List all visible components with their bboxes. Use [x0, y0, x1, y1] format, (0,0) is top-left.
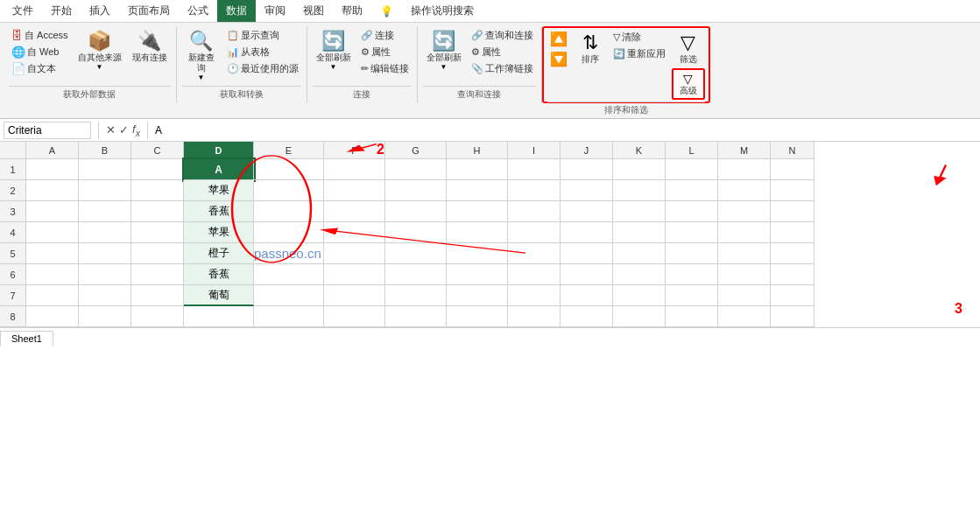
name-box[interactable] — [4, 122, 91, 139]
cell-I4[interactable] — [508, 222, 561, 243]
cell-A7[interactable] — [26, 285, 79, 306]
cell-C5[interactable] — [131, 243, 184, 264]
btn-workbook-links[interactable]: 📎 工作簿链接 — [469, 61, 536, 76]
btn-properties[interactable]: ⚙ 属性 — [358, 45, 412, 60]
cell-L4[interactable] — [666, 222, 718, 243]
cell-L2[interactable] — [666, 180, 718, 201]
cell-L6[interactable] — [666, 264, 718, 285]
cell-C1[interactable] — [131, 159, 184, 180]
menu-item-insert[interactable]: 插入 — [81, 0, 119, 22]
cell-C8[interactable] — [131, 306, 184, 327]
cell-F5[interactable] — [324, 243, 385, 264]
btn-web[interactable]: 🌐 自 Web — [9, 45, 71, 60]
cell-H4[interactable] — [447, 222, 508, 243]
btn-sort[interactable]: ⇅ 排序 — [574, 30, 607, 66]
btn-refresh-all-2[interactable]: 🔄 全部刷新 ▼ — [423, 28, 465, 73]
cell-J2[interactable] — [561, 180, 613, 201]
cell-C4[interactable] — [131, 222, 184, 243]
btn-from-table[interactable]: 📊 从表格 — [224, 45, 301, 60]
cell-D8[interactable] — [184, 306, 254, 327]
menu-item-data[interactable]: 数据 — [217, 0, 256, 22]
cell-K6[interactable] — [613, 264, 666, 285]
btn-advanced[interactable]: ▽ 高级 — [672, 68, 705, 100]
cell-C3[interactable] — [131, 201, 184, 222]
cell-A1[interactable] — [26, 159, 79, 180]
cell-J8[interactable] — [561, 306, 613, 327]
cell-K5[interactable] — [613, 243, 666, 264]
cell-M8[interactable] — [718, 306, 771, 327]
btn-other-sources[interactable]: 📦 自其他来源 ▼ — [74, 28, 125, 73]
cell-E7[interactable] — [254, 285, 324, 306]
cell-N1[interactable] — [771, 159, 814, 180]
cell-M3[interactable] — [718, 201, 771, 222]
cell-F8[interactable] — [324, 306, 385, 327]
cell-M2[interactable] — [718, 180, 771, 201]
cell-B3[interactable] — [79, 201, 131, 222]
cell-A4[interactable] — [26, 222, 79, 243]
cell-B2[interactable] — [79, 180, 131, 201]
btn-filter[interactable]: ▽ 筛选 — [672, 30, 705, 66]
cell-F3[interactable] — [324, 201, 385, 222]
btn-sort-az[interactable]: 🔼 — [547, 30, 570, 48]
btn-edit-links[interactable]: ✏ 编辑链接 — [358, 61, 412, 76]
cell-A5[interactable] — [26, 243, 79, 264]
cell-B8[interactable] — [79, 306, 131, 327]
menu-item-start[interactable]: 开始 — [42, 0, 81, 22]
cell-D6[interactable]: 香蕉 — [184, 264, 254, 285]
cell-G5[interactable] — [385, 243, 447, 264]
cell-N6[interactable] — [771, 264, 814, 285]
btn-access[interactable]: 🗄 自 Access — [9, 28, 71, 43]
menu-item-file[interactable]: 文件 — [4, 0, 42, 22]
cell-A8[interactable] — [26, 306, 79, 327]
cell-A6[interactable] — [26, 264, 79, 285]
btn-recent-sources[interactable]: 🕐 最近使用的源 — [224, 61, 301, 76]
cell-G7[interactable] — [385, 285, 447, 306]
cell-J4[interactable] — [561, 222, 613, 243]
cell-N5[interactable] — [771, 243, 814, 264]
cell-K4[interactable] — [613, 222, 666, 243]
fx-icon[interactable]: fx — [132, 122, 140, 138]
cell-E4[interactable] — [254, 222, 324, 243]
cell-G2[interactable] — [385, 180, 447, 201]
cell-I1[interactable] — [508, 159, 561, 180]
cell-H7[interactable] — [447, 285, 508, 306]
cell-E2[interactable] — [254, 180, 324, 201]
cell-I5[interactable] — [508, 243, 561, 264]
cell-I8[interactable] — [508, 306, 561, 327]
btn-clear[interactable]: ▽ 清除 — [610, 30, 668, 45]
cell-H8[interactable] — [447, 306, 508, 327]
cell-M1[interactable] — [718, 159, 771, 180]
cell-K2[interactable] — [613, 180, 666, 201]
cell-E1[interactable] — [254, 159, 324, 180]
menu-item-help[interactable]: 帮助 — [333, 0, 371, 22]
cell-H3[interactable] — [447, 201, 508, 222]
cell-D7[interactable]: 葡萄 — [184, 285, 254, 306]
cell-G4[interactable] — [385, 222, 447, 243]
cell-G8[interactable] — [385, 306, 447, 327]
sheet-tab-1[interactable]: Sheet1 — [0, 331, 53, 346]
cell-D4[interactable]: 苹果 — [184, 222, 254, 243]
cell-L3[interactable] — [666, 201, 718, 222]
cell-L5[interactable] — [666, 243, 718, 264]
cell-M4[interactable] — [718, 222, 771, 243]
cell-C6[interactable] — [131, 264, 184, 285]
cell-H1[interactable] — [447, 159, 508, 180]
btn-text[interactable]: 📄 自文本 — [9, 61, 71, 76]
cell-A3[interactable] — [26, 201, 79, 222]
cell-K7[interactable] — [613, 285, 666, 306]
cell-N3[interactable] — [771, 201, 814, 222]
cell-J6[interactable] — [561, 264, 613, 285]
cell-B5[interactable] — [79, 243, 131, 264]
cell-F7[interactable] — [324, 285, 385, 306]
cell-H6[interactable] — [447, 264, 508, 285]
cell-F4[interactable] — [324, 222, 385, 243]
cell-C7[interactable] — [131, 285, 184, 306]
btn-existing-connection[interactable]: 🔌 现有连接 — [129, 28, 171, 65]
cell-B4[interactable] — [79, 222, 131, 243]
menu-item-layout[interactable]: 页面布局 — [119, 0, 179, 22]
cell-I7[interactable] — [508, 285, 561, 306]
cell-B7[interactable] — [79, 285, 131, 306]
cell-B1[interactable] — [79, 159, 131, 180]
cell-E8[interactable] — [254, 306, 324, 327]
cell-E5[interactable]: passneo.cn — [254, 243, 324, 264]
